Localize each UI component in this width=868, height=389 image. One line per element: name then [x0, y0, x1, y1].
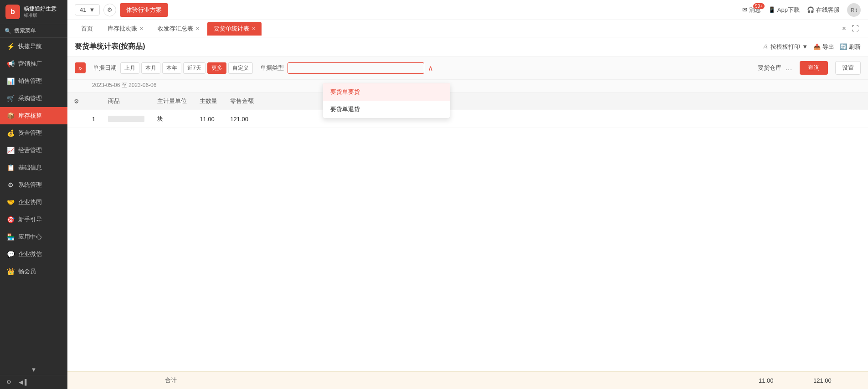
th-unit: 主计量单位: [151, 92, 193, 110]
footer-values: 11.00 121.00: [752, 377, 862, 384]
date-btn-more[interactable]: 更多: [207, 62, 226, 74]
header-gear-btn[interactable]: ⚙: [103, 4, 116, 16]
export-icon: 📤: [813, 43, 821, 50]
th-settings[interactable]: ⚙: [67, 92, 86, 110]
th-index: [86, 92, 102, 110]
sidebar-item-basics[interactable]: 📋 基础信息: [0, 159, 67, 176]
quick-nav-icon: ⚡: [6, 42, 15, 51]
sidebar-item-wechat[interactable]: 💬 企业微信: [0, 246, 67, 263]
sidebar-item-finance[interactable]: 💰 资金管理: [0, 124, 67, 142]
warehouse-filter-label: 要货仓库: [758, 64, 781, 72]
sidebar-item-appstore[interactable]: 🏪 应用中心: [0, 228, 67, 246]
date-btn-custom[interactable]: 自定义: [228, 62, 253, 74]
header-right: ✉ 消息 99+ 📱 App下载 🎧 在线客服 Rit: [742, 3, 861, 17]
sidebar-item-quick-nav[interactable]: ⚡ 快捷导航: [0, 38, 67, 55]
goods-placeholder: [108, 116, 144, 122]
sidebar-item-purchase[interactable]: 🛒 采购管理: [0, 90, 67, 107]
page-actions: 🖨 按模板打印 ▼ 📤 导出 🔄 刷新: [763, 43, 861, 51]
refresh-icon: 🔄: [840, 43, 847, 50]
query-button[interactable]: 查询: [800, 61, 828, 75]
inventory-icon: 📦: [6, 112, 15, 120]
row-goods-cell: [102, 110, 151, 128]
sidebar-item-guide[interactable]: 🎯 新手引导: [0, 211, 67, 228]
row-unit-cell: 块: [151, 110, 193, 128]
date-filter-label: 单据日期: [93, 64, 117, 72]
table-header-row: ⚙ 商品 主计量单位 主数量 零售金额: [67, 92, 868, 110]
sidebar-item-enterprise[interactable]: 🤝 企业协同: [0, 194, 67, 211]
sidebar-item-operations[interactable]: 📈 经营管理: [0, 142, 67, 159]
sidebar-nav: ⚡ 快捷导航 📢 营销推广 📊 销售管理 🛒 采购管理 📦 库存核算 💰 资金管…: [0, 38, 67, 364]
store-selector[interactable]: 41 ▼: [75, 4, 100, 15]
online-service-action[interactable]: 🎧 在线客服: [807, 6, 840, 14]
type-filter-clear[interactable]: ∧: [428, 64, 433, 72]
tab-inventory-batch-close[interactable]: ×: [140, 26, 143, 32]
filter-settings-btn[interactable]: 设置: [835, 61, 861, 75]
tab-inventory-batch[interactable]: 库存批次账 ×: [101, 22, 149, 36]
settings-footer-icon: ⚙: [6, 379, 11, 385]
member-icon: 👑: [6, 267, 15, 276]
th-qty: 主数量: [193, 92, 224, 110]
sidebar-scroll-down[interactable]: ▼: [0, 364, 67, 375]
page-content: 要货单统计表(按商品) 🖨 按模板打印 ▼ 📤 导出 🔄 刷新 »: [67, 37, 868, 389]
logo-text: 畅捷通好生意 标准版: [24, 5, 56, 19]
header-left: 41 ▼ ⚙ 体验行业方案: [75, 3, 738, 17]
sidebar-collapse-btn[interactable]: ◀▐: [19, 379, 27, 385]
main-content: 41 ▼ ⚙ 体验行业方案 ✉ 消息 99+ 📱 App下载 🎧 在线客服: [67, 0, 868, 389]
dropdown-item-order-request[interactable]: 要货单要货: [323, 83, 450, 101]
tab-receivable-summary-close[interactable]: ×: [196, 26, 199, 32]
data-table: ⚙ 商品 主计量单位 主数量 零售金额 1: [67, 92, 868, 128]
sidebar-item-system[interactable]: ⚙ 系统管理: [0, 176, 67, 194]
page-title: 要货单统计表(按商品): [75, 42, 145, 51]
warehouse-filter-group: 要货仓库 …: [758, 64, 792, 72]
column-settings-icon[interactable]: ⚙: [74, 98, 79, 105]
date-btn-this-year[interactable]: 本年: [162, 62, 181, 74]
row-amount-cell: 121.00: [224, 110, 260, 128]
table-area: ⚙ 商品 主计量单位 主数量 零售金额 1: [67, 92, 868, 371]
tab-receivable-summary[interactable]: 收发存汇总表 ×: [151, 22, 205, 36]
avatar[interactable]: Rit: [847, 3, 861, 17]
row-settings-cell: [67, 110, 86, 128]
sidebar-item-marketing[interactable]: 📢 营销推广: [0, 55, 67, 72]
collapse-icon: ◀▐: [19, 379, 27, 385]
footer-amount: 121.00: [807, 377, 862, 384]
row-qty-cell: 11.00: [193, 110, 224, 128]
footer-label: 合计: [74, 376, 177, 384]
industry-btn[interactable]: 体验行业方案: [120, 3, 168, 17]
sales-icon: 📊: [6, 77, 15, 85]
filter-expand-btn[interactable]: »: [75, 62, 86, 73]
refresh-btn[interactable]: 🔄 刷新: [840, 43, 861, 51]
search-icon: 🔍: [5, 28, 11, 34]
tab-fullscreen-btn[interactable]: ⛶: [850, 24, 861, 34]
dropdown-item-order-return[interactable]: 要货单退货: [323, 101, 450, 118]
print-btn[interactable]: 🖨 按模板打印 ▼: [763, 43, 808, 51]
app-download-action[interactable]: 📱 App下载: [768, 6, 800, 14]
message-action[interactable]: ✉ 消息 99+: [742, 6, 761, 14]
type-filter-input[interactable]: [288, 62, 424, 74]
warehouse-more-btn[interactable]: …: [785, 64, 792, 72]
date-btn-this-month[interactable]: 本月: [141, 62, 160, 74]
th-goods: 商品: [102, 92, 151, 110]
sidebar-item-inventory[interactable]: 📦 库存核算: [0, 107, 67, 124]
tab-close-window-btn[interactable]: ×: [840, 24, 848, 34]
date-filter-group: 单据日期 上月 本月 本年 近7天 更多 自定义: [93, 62, 253, 74]
date-btn-last-month[interactable]: 上月: [120, 62, 139, 74]
sidebar-item-member[interactable]: 👑 畅会员: [0, 263, 67, 280]
sidebar-item-sales[interactable]: 📊 销售管理: [0, 72, 67, 90]
date-range-display: 2023-05-06 至 2023-06-06: [67, 80, 868, 92]
tab-home[interactable]: 首页: [75, 22, 99, 36]
sidebar-settings-btn[interactable]: ⚙: [6, 379, 11, 385]
finance-icon: 💰: [6, 129, 15, 137]
phone-icon: 📱: [768, 6, 776, 13]
table-header: ⚙ 商品 主计量单位 主数量 零售金额: [67, 92, 868, 110]
type-dropdown: 要货单要货 要货单退货: [323, 83, 450, 118]
operations-icon: 📈: [6, 146, 15, 154]
type-filter-label: 单据类型: [260, 64, 284, 72]
date-btn-last-7[interactable]: 近7天: [183, 62, 205, 74]
gear-icon: ⚙: [107, 6, 113, 13]
export-btn[interactable]: 📤 导出: [813, 43, 834, 51]
sidebar-search[interactable]: 🔍 搜索菜单: [0, 24, 67, 38]
filter-bar: » 单据日期 上月 本月 本年 近7天 更多 自定义 单据类型 ∧ 要货仓库: [67, 56, 868, 80]
tab-order-stats[interactable]: 要货单统计表 ×: [207, 22, 262, 36]
tab-order-stats-close[interactable]: ×: [252, 26, 255, 32]
marketing-icon: 📢: [6, 60, 15, 68]
